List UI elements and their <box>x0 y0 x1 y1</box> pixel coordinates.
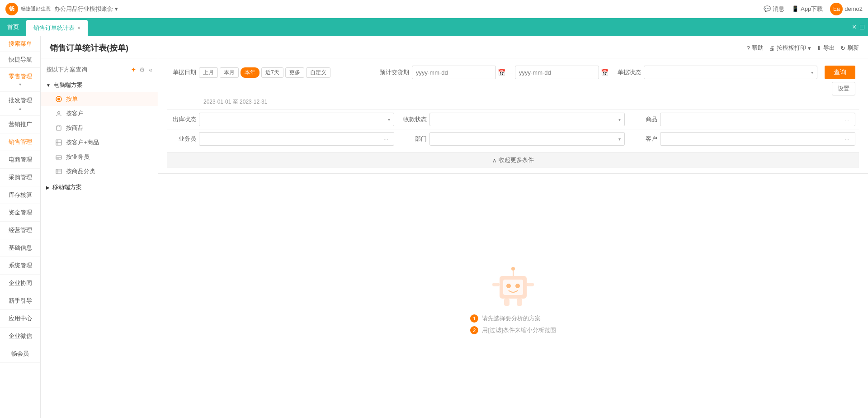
store-selector[interactable]: 办公用品行业模拟账套 ▾ <box>54 5 118 13</box>
out-status-select[interactable]: ▾ <box>199 113 394 126</box>
sidebar-item-wechat[interactable]: 企业微信 <box>0 328 40 345</box>
sidebar-item-sales[interactable]: 销售管理 <box>0 133 40 151</box>
help-button[interactable]: ? 帮助 <box>747 44 764 52</box>
sidebar-item-appstore[interactable]: 应用中心 <box>0 310 40 328</box>
scheme-item-by-goods[interactable]: 按商品 <box>41 121 158 135</box>
tab-bar-actions: × □ <box>852 23 868 31</box>
scheme-group-mobile-header[interactable]: ▶ 移动端方案 <box>41 180 158 194</box>
settings-button[interactable]: 设置 <box>832 82 855 95</box>
sidebar-item-finance[interactable]: 资金管理 <box>0 204 40 222</box>
goods-more-icon[interactable]: ··· <box>843 116 851 123</box>
print-button[interactable]: 🖨 按模板打印 ▾ <box>769 44 811 52</box>
scheme-item-by-customer-goods[interactable]: 按客户+商品 <box>41 135 158 150</box>
status-cell: 单据状态 ▾ <box>612 64 821 81</box>
user-avatar[interactable]: Ea demo2 <box>830 3 863 15</box>
dept-select-arrow: ▾ <box>618 137 621 142</box>
right-content: 单据日期 上月 本月 本年 近7天 更多 自定义 <box>158 58 868 418</box>
status-select[interactable]: ▾ <box>644 66 817 79</box>
export-button[interactable]: ⬇ 导出 <box>816 44 835 52</box>
salesman-cell: 业务员 ··· <box>167 129 398 148</box>
expected-date-from[interactable] <box>412 66 496 79</box>
customer-more-icon[interactable]: ··· <box>843 136 851 142</box>
salesman-input[interactable]: ··· <box>199 132 394 146</box>
tab-close-icon[interactable]: × <box>77 25 80 31</box>
calendar-icon-2[interactable]: 📅 <box>601 69 609 76</box>
message-button[interactable]: 💬 消息 <box>764 5 784 13</box>
app-download-button[interactable]: 📱 App下载 <box>792 5 823 13</box>
window-close-icon[interactable]: × <box>852 23 856 31</box>
sidebar-item-retail[interactable]: 零售管理 ▾ <box>0 68 40 92</box>
empty-illustration <box>486 258 540 309</box>
out-status-label: 出库状态 <box>171 115 196 124</box>
svg-point-2 <box>58 112 60 114</box>
receive-status-label: 收款状态 <box>401 115 427 124</box>
window-max-icon[interactable]: □ <box>860 23 864 31</box>
sidebar-quick-nav[interactable]: 快捷导航 <box>0 52 40 68</box>
salesman-icon <box>55 153 62 161</box>
scheme-group-mobile: ▶ 移动端方案 <box>41 180 158 194</box>
date-separator: — <box>507 69 513 76</box>
sidebar-item-ecommerce[interactable]: 电商管理 <box>0 151 40 169</box>
receive-status-select[interactable]: ▾ <box>429 113 625 126</box>
more-btn[interactable]: 更多 <box>285 67 304 78</box>
expected-date-to[interactable] <box>515 66 599 79</box>
sidebar-item-base[interactable]: 基础信息 <box>0 239 40 257</box>
svg-point-9 <box>506 284 511 288</box>
sidebar-item-enterprise[interactable]: 企业协同 <box>0 275 40 292</box>
date-range-display: 2023-01-01 至 2023-12-31 <box>167 97 859 108</box>
filter-row-2: 出库状态 ▾ 收款状态 ▾ <box>167 109 859 129</box>
settings-scheme-button[interactable]: ⚙ <box>139 66 145 73</box>
sidebar-search[interactable]: 搜索菜单 <box>0 36 40 52</box>
out-status-cell: 出库状态 ▾ <box>167 110 398 129</box>
refresh-button[interactable]: ↻ 刷新 <box>840 44 859 52</box>
scheme-panel: 按以下方案查询 + ⚙ « ▼ 电脑端方案 <box>41 58 158 418</box>
message-icon: 💬 <box>764 5 771 12</box>
chevron-up-icon: ▴ <box>19 106 21 111</box>
svg-point-16 <box>511 267 515 271</box>
this-month-btn[interactable]: 本月 <box>220 67 239 78</box>
scheme-group-pc: ▼ 电脑端方案 按单 按客户 <box>41 78 158 179</box>
sidebar-item-purchase[interactable]: 采购管理 <box>0 169 40 186</box>
tab-sales-order[interactable]: 销售订单统计表 × <box>26 20 88 36</box>
sidebar-item-newuser[interactable]: 新手引导 <box>0 292 40 310</box>
add-scheme-button[interactable]: + <box>132 66 136 74</box>
this-year-btn[interactable]: 本年 <box>241 67 259 78</box>
step-1-num: 1 <box>470 314 478 323</box>
svg-point-10 <box>515 284 520 288</box>
customer-input[interactable]: ··· <box>660 132 855 146</box>
sidebar-item-system[interactable]: 系统管理 <box>0 257 40 275</box>
page-title: 销售订单统计表(按单) <box>50 43 128 53</box>
dept-select[interactable]: ▾ <box>429 132 625 146</box>
scheme-header: 按以下方案查询 + ⚙ « <box>41 63 158 76</box>
svg-rect-3 <box>57 126 61 130</box>
sidebar-item-marketing[interactable]: 营销推广 <box>0 116 40 133</box>
scheme-item-by-salesman[interactable]: 按业务员 <box>41 150 158 164</box>
collapse-scheme-button[interactable]: « <box>149 66 152 73</box>
scheme-item-by-order[interactable]: 按单 <box>41 92 158 106</box>
empty-step-2: 2 用[过滤]条件来缩小分析范围 <box>470 326 556 334</box>
help-icon: ? <box>747 45 750 52</box>
custom-btn[interactable]: 自定义 <box>306 67 330 78</box>
chevron-right-icon: ▶ <box>46 185 50 190</box>
collapse-button[interactable]: ∧ 收起更多条件 <box>167 152 859 168</box>
dept-label: 部门 <box>401 135 427 143</box>
last7-btn[interactable]: 近7天 <box>261 67 283 78</box>
salesman-label: 业务员 <box>171 135 196 143</box>
sidebar-item-wholesale[interactable]: 批发管理 ▴ <box>0 92 40 116</box>
scheme-group-pc-header[interactable]: ▼ 电脑端方案 <box>41 78 158 92</box>
search-button[interactable]: 查询 <box>825 66 855 79</box>
customer-goods-icon <box>55 139 62 146</box>
scheme-item-by-customer[interactable]: 按客户 <box>41 106 158 121</box>
salesman-more-icon[interactable]: ··· <box>382 136 390 142</box>
scheme-item-by-category[interactable]: 按商品分类 <box>41 164 158 179</box>
empty-step-1: 1 请先选择要分析的方案 <box>470 314 556 323</box>
goods-input[interactable]: ··· <box>660 113 855 126</box>
tab-home[interactable]: 首页 <box>0 18 26 36</box>
last-month-btn[interactable]: 上月 <box>199 67 218 78</box>
sidebar-item-inventory[interactable]: 库存核算 <box>0 186 40 204</box>
print-icon: 🖨 <box>769 45 775 52</box>
sidebar-item-management[interactable]: 经营管理 <box>0 222 40 239</box>
calendar-icon-1[interactable]: 📅 <box>498 69 505 76</box>
sidebar-item-member[interactable]: 畅会员 <box>0 345 40 363</box>
out-status-arrow: ▾ <box>388 117 390 122</box>
